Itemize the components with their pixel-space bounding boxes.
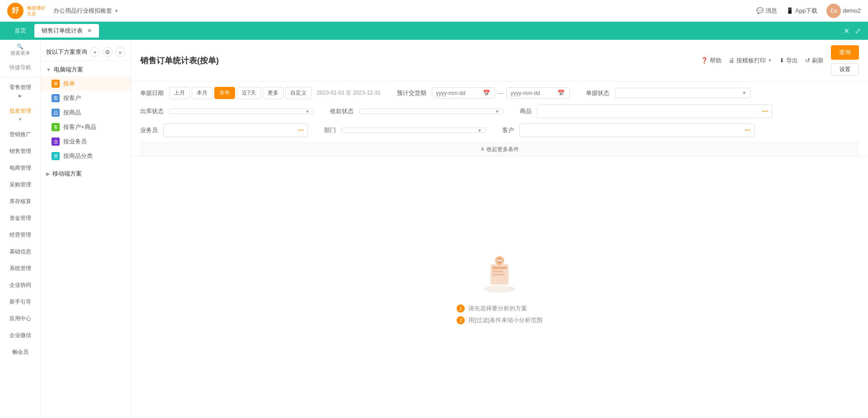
sidebar-item-retail[interactable]: 零售管理 ▶: [0, 79, 40, 103]
export-icon: ⬇: [779, 57, 784, 64]
shipment-status-select[interactable]: ▼: [169, 109, 314, 114]
payment-status-select[interactable]: ▼: [359, 109, 504, 114]
window-maximize-icon[interactable]: ⤢: [855, 27, 861, 35]
empty-tip-1: 1 请先选择要分析的方案: [457, 304, 542, 313]
expected-date-end-input[interactable]: [510, 90, 556, 96]
window-close-icon[interactable]: ✕: [844, 27, 849, 35]
sidebar: 🔍 搜索菜单 快捷导航 零售管理 ▶ 批发管理 ▼ 营销推广 销售管理 电商管理…: [0, 40, 41, 418]
app-download-button[interactable]: 📱 App下载: [786, 7, 817, 15]
settings-button[interactable]: 设置: [831, 63, 859, 76]
salesperson-dots-icon: ···: [298, 126, 304, 134]
sidebar-item-system-label: 系统管理: [9, 265, 31, 272]
product-select[interactable]: ···: [537, 104, 772, 118]
svg-rect-3: [492, 271, 503, 272]
order-status-chevron-icon: ▼: [742, 90, 746, 95]
print-chevron-icon: ▼: [768, 58, 772, 63]
date-btn-last-month[interactable]: 上月: [169, 87, 190, 99]
collapse-text: 收起更多条件: [486, 146, 519, 153]
scheme-item-by-product[interactable]: 品 按商品: [41, 105, 131, 120]
sidebar-item-ecommerce[interactable]: 电商管理: [0, 160, 40, 176]
filter-row-3: 业务员 ··· 部门 ▼ 客户 ···: [140, 124, 859, 137]
scheme-by-product-label: 按商品: [63, 109, 81, 117]
sidebar-item-member[interactable]: 畅会员: [0, 344, 40, 361]
sidebar-item-basic[interactable]: 基础信息: [0, 243, 40, 260]
expected-date-start[interactable]: 📅: [432, 87, 495, 99]
help-button[interactable]: ❓ 帮助: [701, 57, 722, 65]
sidebar-item-finance[interactable]: 资金管理: [0, 210, 40, 227]
tab-sales-stats[interactable]: 销售订单统计表 ✕: [34, 24, 99, 38]
date-btn-7days[interactable]: 近7天: [237, 87, 261, 99]
mobile-icon: 📱: [786, 7, 793, 14]
scheme-add-button[interactable]: +: [90, 47, 100, 57]
sidebar-item-wholesale[interactable]: 批发管理 ▼: [0, 103, 40, 126]
date-btn-more[interactable]: 更多: [263, 87, 283, 99]
customer-dots-icon: ···: [745, 126, 750, 134]
query-button[interactable]: 查询: [831, 45, 859, 60]
scheme-panel-icons: + ⚙ «: [90, 47, 125, 57]
tip-num-1: 1: [457, 304, 465, 313]
topbar: 好 畅捷通好生意 办公用品行业模拟账套 ▼ 💬 消息 📱 App下载 Ea de…: [0, 0, 868, 22]
salesperson-select[interactable]: ···: [163, 124, 308, 137]
filter-row-2: 出库状态 ▼ 收款状态 ▼ 商品 ···: [140, 104, 859, 118]
order-status-select[interactable]: ▼: [615, 88, 750, 98]
scheme-section-mobile-title[interactable]: ▶ 移动端方案: [41, 167, 131, 180]
sidebar-item-newbie[interactable]: 新手引导: [0, 294, 40, 310]
page-header: 销售订单统计表(按单) ❓ 帮助 🖨 按模板打印 ▼ ⬇ 导出: [131, 40, 868, 81]
scheme-item-by-customer[interactable]: 客 按客户: [41, 91, 131, 105]
sidebar-item-inventory[interactable]: 库存核算: [0, 193, 40, 210]
sidebar-quick-nav[interactable]: 快捷导航: [0, 60, 40, 75]
expected-date-input: 📅 — 📅: [432, 87, 570, 99]
empty-tips: 1 请先选择要分析的方案 2 用[过滤]条件来缩小分析范围: [457, 304, 542, 324]
department-select[interactable]: ▼: [341, 128, 486, 133]
chevron-up-icon: ∧: [481, 146, 485, 153]
sidebar-item-wholesale-label: 批发管理: [9, 107, 31, 115]
expected-date-start-input[interactable]: [436, 90, 481, 96]
date-filter-label: 单据日期: [140, 89, 164, 97]
scheme-item-by-order[interactable]: 单 按单: [41, 76, 131, 91]
chevron-right-icon: ▶: [19, 93, 22, 98]
sidebar-item-sales[interactable]: 销售管理: [0, 143, 40, 160]
sidebar-item-enterprise[interactable]: 企业协同: [0, 277, 40, 294]
date-btn-this-month[interactable]: 本月: [192, 87, 212, 99]
scheme-by-customer-label: 按客户: [63, 94, 81, 102]
sidebar-item-marketing[interactable]: 营销推广: [0, 126, 40, 143]
date-btn-custom[interactable]: 自定义: [285, 87, 311, 99]
sidebar-item-system[interactable]: 系统管理: [0, 260, 40, 277]
tab-close-icon[interactable]: ✕: [87, 28, 92, 34]
sidebar-item-newbie-label: 新手引导: [9, 298, 31, 306]
scheme-by-cp-label: 按客户+商品: [63, 123, 96, 131]
sidebar-item-wechat[interactable]: 企业微信: [0, 327, 40, 344]
shipment-status-chevron-icon: ▼: [305, 109, 310, 114]
svg-rect-4: [492, 274, 505, 276]
topbar-center: 办公用品行业模拟账套 ▼: [53, 7, 756, 15]
payment-status-chevron-icon: ▼: [495, 109, 500, 114]
print-button[interactable]: 🖨 按模板打印 ▼: [729, 57, 772, 65]
message-button[interactable]: 💬 消息: [756, 7, 777, 15]
sidebar-item-sales-label: 销售管理: [9, 147, 31, 155]
shipment-status-label: 出库状态: [140, 107, 164, 115]
scheme-section-pc-title[interactable]: ▼ 电脑端方案: [41, 63, 131, 76]
user-menu[interactable]: Ea demo2: [826, 4, 861, 18]
industry-selector[interactable]: 办公用品行业模拟账套 ▼: [53, 7, 119, 15]
export-button[interactable]: ⬇ 导出: [779, 57, 798, 65]
scheme-item-by-category[interactable]: 类 按商品分类: [41, 149, 131, 163]
sidebar-item-purchase[interactable]: 采购管理: [0, 176, 40, 193]
collapse-bar[interactable]: ∧ 收起更多条件: [140, 142, 859, 156]
tab-home[interactable]: 首页: [7, 24, 33, 38]
sidebar-search[interactable]: 🔍 搜索菜单: [0, 40, 40, 60]
scheme-collapse-button[interactable]: «: [115, 47, 125, 57]
customer-label: 客户: [502, 126, 514, 134]
customer-select[interactable]: ···: [519, 124, 755, 137]
sidebar-item-operations[interactable]: 经营管理: [0, 227, 40, 243]
date-btn-this-year[interactable]: 本年: [214, 87, 235, 99]
scheme-item-by-customer-product[interactable]: 客 按客户+商品: [41, 120, 131, 134]
sidebar-item-apps[interactable]: 应用中心: [0, 310, 40, 327]
scheme-settings-button[interactable]: ⚙: [103, 47, 113, 57]
expected-date-end[interactable]: 📅: [506, 87, 570, 99]
scheme-panel-title: 按以下方案查询: [46, 48, 87, 56]
user-label: demo2: [843, 7, 861, 14]
date-button-group: 上月 本月 本年 近7天 更多 自定义: [169, 87, 311, 99]
scheme-item-by-salesperson[interactable]: 业 按业务员: [41, 134, 131, 149]
refresh-button[interactable]: ↺ 刷新: [805, 57, 824, 65]
sidebar-item-enterprise-label: 企业协同: [9, 281, 31, 289]
